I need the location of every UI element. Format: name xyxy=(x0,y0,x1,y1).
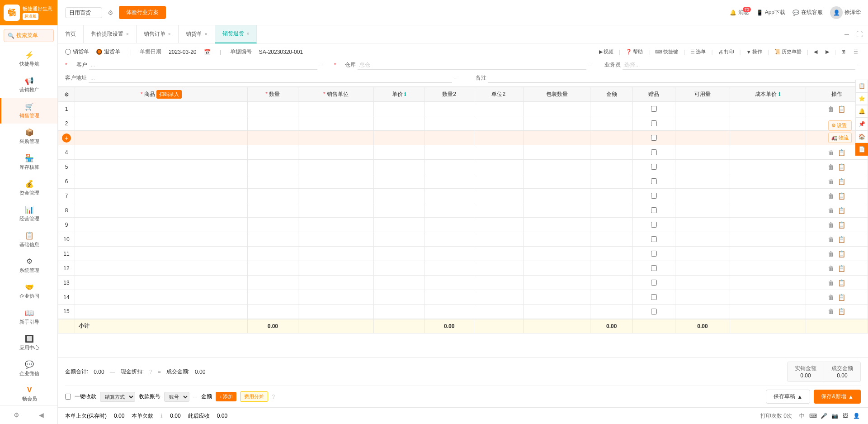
row-amount-1[interactable] xyxy=(590,102,633,116)
date-picker-btn[interactable]: 📅 xyxy=(204,49,211,55)
save-new-btn[interactable]: 保存&新增 ▲ xyxy=(814,390,861,404)
sidebar-item-system[interactable]: ⚙ 系统管理 xyxy=(0,252,57,278)
row-product-2[interactable] xyxy=(75,116,248,131)
gift-cb-12[interactable] xyxy=(651,265,657,271)
tab-sales-return-close[interactable]: × xyxy=(247,31,250,36)
cp-8[interactable]: 📋 xyxy=(837,206,846,215)
select-btn[interactable]: ☰ 选单 xyxy=(688,47,708,57)
row-available-2[interactable] xyxy=(675,116,730,131)
row-unit2-2[interactable] xyxy=(474,116,523,131)
gift-cb-11[interactable] xyxy=(651,251,657,257)
cp-9[interactable]: 📋 xyxy=(837,220,846,229)
gift-checkbox-2[interactable] xyxy=(651,120,657,126)
gift-cb-10[interactable] xyxy=(651,236,657,242)
customer-input[interactable] xyxy=(89,60,318,70)
row-qty2-3[interactable] xyxy=(425,131,474,145)
sidebar-item-wechat[interactable]: 💬 企业微信 xyxy=(0,356,57,381)
list-view-btn[interactable]: ☰ xyxy=(851,48,861,56)
taskbar-icon-1[interactable]: 中 xyxy=(797,411,807,420)
cp-5[interactable]: 📋 xyxy=(837,162,846,172)
delete-btn-1[interactable]: 🗑 xyxy=(827,105,835,114)
form-settings-btn[interactable]: ⚙ 设置 xyxy=(828,120,852,131)
del-12[interactable]: 🗑 xyxy=(827,264,835,273)
trial-solution-btn[interactable]: 体验行业方案 xyxy=(119,6,166,19)
tab-sales-delivery[interactable]: 销货单 × xyxy=(179,25,215,43)
add-row-btn[interactable]: + xyxy=(62,133,71,143)
tab-sales-order-close[interactable]: × xyxy=(168,32,171,37)
print-btn[interactable]: 🖨 打印 xyxy=(716,47,737,57)
row-pkg-3[interactable] xyxy=(523,131,590,145)
quick-action-1[interactable]: 📋 xyxy=(855,80,868,92)
row-available-3[interactable] xyxy=(675,131,730,145)
radio-return-input[interactable] xyxy=(96,49,102,55)
sidebar-item-sales[interactable]: 🛒 销售管理 xyxy=(0,98,57,124)
remarks-input[interactable] xyxy=(488,73,861,83)
row-price-2[interactable] xyxy=(373,116,425,131)
cp-14[interactable]: 📋 xyxy=(837,293,846,302)
copy-btn-1[interactable]: 📋 xyxy=(837,105,846,114)
address-input[interactable] xyxy=(89,73,452,83)
del-11[interactable]: 🗑 xyxy=(827,249,835,258)
row-qty-2[interactable] xyxy=(247,116,298,131)
add-payment-btn[interactable]: + 添加 xyxy=(216,392,236,401)
tab-price-settings[interactable]: 售价提取设置 × xyxy=(84,25,137,43)
one-click-payment-checkbox[interactable] xyxy=(65,394,71,400)
barcode-scan-btn[interactable]: 扫码录入 xyxy=(156,90,182,99)
row-product-3[interactable] xyxy=(75,131,248,145)
row-cost-2[interactable] xyxy=(730,116,806,131)
row-price-3[interactable] xyxy=(373,131,425,145)
operate-btn[interactable]: ▼ 操作 xyxy=(744,47,765,57)
del-15[interactable]: 🗑 xyxy=(827,307,835,316)
taskbar-icon-3[interactable]: 🎤 xyxy=(819,411,828,420)
sidebar-item-enterprise[interactable]: 🤝 企业协同 xyxy=(0,278,57,304)
shortcut-btn[interactable]: ⌨ 快捷键 xyxy=(652,47,681,57)
header-settings-btn[interactable]: ⚙ xyxy=(106,7,115,18)
row-qty2-1[interactable] xyxy=(425,102,474,116)
help-btn[interactable]: ❓ 帮助 xyxy=(623,47,646,57)
quick-action-4[interactable]: 📌 xyxy=(855,118,868,130)
taskbar-icon-4[interactable]: 📷 xyxy=(830,411,839,420)
tab-price-settings-close[interactable]: × xyxy=(126,32,129,37)
del-14[interactable]: 🗑 xyxy=(827,293,835,302)
row-pkg-1[interactable] xyxy=(523,102,590,116)
salesperson-input[interactable] xyxy=(623,60,855,70)
cp-13[interactable]: 📋 xyxy=(837,278,846,287)
sidebar-item-finance[interactable]: 💰 资金管理 xyxy=(0,175,57,201)
fee-split-btn[interactable]: 费用分摊 xyxy=(240,391,268,402)
gift-cb-6[interactable] xyxy=(651,178,657,184)
radio-return[interactable]: 退货单 xyxy=(96,48,120,56)
minimize-btn[interactable]: ─ xyxy=(843,30,851,39)
app-download-btn[interactable]: 📱 App下载 xyxy=(756,9,785,16)
gift-cb-13[interactable] xyxy=(651,280,657,286)
row-qty2-2[interactable] xyxy=(425,116,474,131)
taskbar-icon-2[interactable]: ⌨ xyxy=(808,411,817,420)
del-6[interactable]: 🗑 xyxy=(827,177,835,186)
row-qty-1[interactable] xyxy=(247,102,298,116)
tab-home[interactable]: 首页 xyxy=(58,25,84,43)
gift-cb-4[interactable] xyxy=(651,149,657,155)
row-unit-3[interactable] xyxy=(298,131,373,145)
product-input-1[interactable] xyxy=(79,106,244,112)
cp-15[interactable]: 📋 xyxy=(837,307,846,316)
sidebar-item-marketing[interactable]: 📢 营销推广 xyxy=(0,72,57,98)
del-13[interactable]: 🗑 xyxy=(827,278,835,287)
logistics-btn[interactable]: 🚛 物流 xyxy=(828,133,852,143)
sidebar-settings-btn[interactable]: ⚙ xyxy=(12,410,21,420)
del-7[interactable]: 🗑 xyxy=(827,191,835,200)
save-draft-btn[interactable]: 保存草稿 ▲ xyxy=(766,390,810,404)
tab-sales-delivery-close[interactable]: × xyxy=(205,32,208,37)
nav-prev-btn[interactable]: ◀ xyxy=(811,48,820,56)
quick-action-5[interactable]: 🏠 xyxy=(855,130,868,143)
del-4[interactable]: 🗑 xyxy=(827,148,835,157)
row-available-1[interactable] xyxy=(675,102,730,116)
quick-action-3[interactable]: 🔔 xyxy=(855,105,868,118)
sidebar-collapse-btn[interactable]: ◀ xyxy=(37,410,46,420)
user-menu[interactable]: 👤 徐泽华 xyxy=(830,6,861,19)
gift-cb-5[interactable] xyxy=(651,164,657,170)
row-unit-2[interactable] xyxy=(298,116,373,131)
gift-checkbox-1[interactable] xyxy=(651,106,657,112)
quick-action-2[interactable]: ⭐ xyxy=(855,92,868,105)
row-price-1[interactable] xyxy=(373,102,425,116)
search-menu-button[interactable]: 🔍 搜索菜单 xyxy=(4,29,54,42)
sidebar-item-shortcut[interactable]: ⚡ 快捷导航 xyxy=(0,46,57,72)
